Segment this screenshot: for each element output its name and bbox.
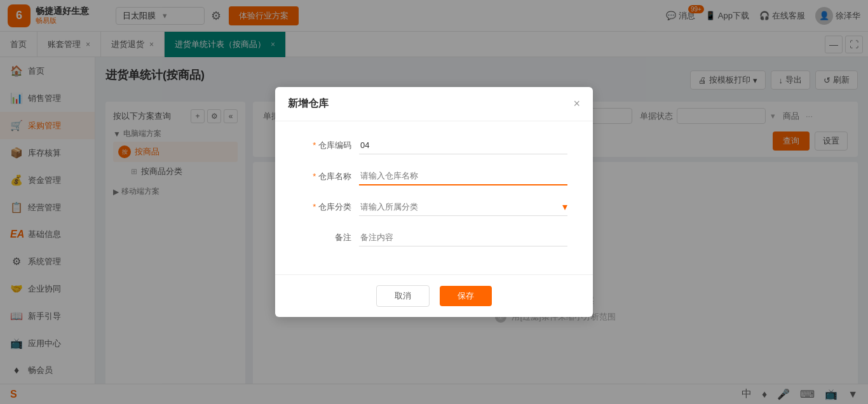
note-label: 备注 [301,232,351,243]
dialog-header: 新增仓库 × [275,87,593,121]
dialog-close-button[interactable]: × [573,97,580,111]
note-input[interactable] [359,229,567,246]
form-row-name: 仓库名称 [301,167,567,185]
dialog-footer: 取消 保存 [275,274,593,317]
warehouse-name-input[interactable] [359,167,567,185]
form-row-category: 仓库分类 ▾ [301,198,567,216]
new-warehouse-dialog: 新增仓库 × 仓库编码 仓库名称 仓库分类 ▾ [275,87,593,317]
cancel-button[interactable]: 取消 [376,285,430,307]
category-label: 仓库分类 [301,201,351,213]
category-input[interactable] [359,198,562,215]
warehouse-code-input[interactable] [359,137,567,154]
dialog-overlay[interactable]: 新增仓库 × 仓库编码 仓库名称 仓库分类 ▾ [0,0,868,404]
dialog-body: 仓库编码 仓库名称 仓库分类 ▾ 备注 [275,121,593,274]
form-row-note: 备注 [301,229,567,246]
name-label: 仓库名称 [301,171,351,182]
form-row-code: 仓库编码 [301,137,567,154]
dialog-title: 新增仓库 [288,97,329,111]
category-select[interactable]: ▾ [359,198,567,216]
save-button[interactable]: 保存 [440,286,492,306]
chevron-down-icon: ▾ [562,201,567,213]
code-label: 仓库编码 [301,140,351,151]
